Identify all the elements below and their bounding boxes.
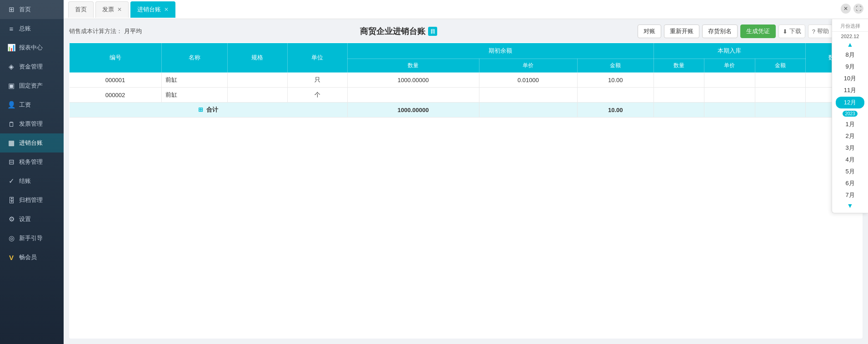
month-item-9[interactable]: 9月	[832, 61, 868, 73]
cell-qichu-qty: 1000.00000	[347, 73, 479, 88]
page-title: 商贸企业进销台账 目	[160, 26, 638, 37]
sidebar-item-report-center[interactable]: 📊 报表中心	[0, 38, 64, 57]
tab-inventory[interactable]: 进销台账 ✕	[130, 1, 175, 18]
sidebar-item-payroll[interactable]: 👤 工资	[0, 95, 64, 114]
reopen-button[interactable]: 重新开账	[664, 25, 699, 38]
sidebar-item-label: 固定资产	[19, 82, 43, 90]
generate-voucher-button[interactable]: 生成凭证	[740, 25, 776, 38]
toolbar-buttons: 对账 重新开账 存货别名 生成凭证 ⬇ 下载 ? 帮助 ↻ 刷新	[638, 25, 863, 38]
title-edit-icon[interactable]: 目	[428, 27, 437, 36]
cell-id: 000001	[70, 73, 162, 88]
cell-qichu-amount: 10.00	[577, 73, 653, 88]
col-header-id: 编号	[70, 43, 162, 73]
sidebar-item-fund-management[interactable]: ◈ 资金管理	[0, 57, 64, 76]
month-item-11[interactable]: 11月	[832, 84, 868, 96]
save-alias-button[interactable]: 存货别名	[702, 25, 738, 38]
cell-id: 000002	[70, 88, 162, 103]
cost-method-value: 月平均	[124, 27, 142, 35]
sidebar-item-tax-management[interactable]: ⊟ 税务管理	[0, 152, 64, 172]
fund-icon: ◈	[7, 63, 15, 71]
sidebar-item-inventory[interactable]: ▦ 进销台账	[0, 133, 64, 152]
guide-icon: ◎	[7, 234, 15, 242]
col-header-spec: 规格	[227, 43, 287, 73]
cell-spec	[227, 73, 287, 88]
sidebar-item-label: 税务管理	[19, 158, 43, 166]
col-sub-qichu-qty: 数量	[347, 59, 479, 73]
sidebar-item-label: 设置	[19, 215, 31, 223]
sidebar-item-label: 归档管理	[19, 196, 43, 204]
tab-inventory-close[interactable]: ✕	[164, 7, 169, 12]
total-qichu-qty: 1000.00000	[347, 103, 479, 118]
month-item-10[interactable]: 10月	[832, 73, 868, 84]
invoice-icon: 🗒	[7, 120, 15, 128]
cost-method-label: 销售成本计算方法：	[69, 27, 122, 35]
help-button[interactable]: ? 帮助	[808, 25, 833, 38]
sidebar-item-label: 发票管理	[19, 120, 43, 128]
col-header-name: 名称	[161, 43, 227, 73]
month-item-3[interactable]: 3月	[832, 142, 868, 154]
tax-icon: ⊟	[7, 158, 15, 166]
sidebar-item-archive[interactable]: 🗄 归档管理	[0, 191, 64, 210]
reconcile-button[interactable]: 对账	[638, 25, 661, 38]
total-ruku-price	[704, 103, 755, 118]
cell-qichu-qty	[347, 88, 479, 103]
total-icon: ⊞	[198, 106, 203, 113]
cost-method-section: 销售成本计算方法： 月平均	[69, 27, 160, 35]
sidebar-item-label: 工资	[19, 101, 31, 109]
month-panel: 月份选择 2022.12 ▲ 8月 9月 10月 11月 12月 2023 1月…	[832, 19, 868, 213]
month-item-4[interactable]: 4月	[832, 154, 868, 166]
main-area: 首页 发票 ✕ 进销台账 ✕ ✕ ⛶ 销售成本计算方法： 月平均 商贸企业进销台…	[64, 0, 868, 344]
cell-unit: 只	[287, 73, 347, 88]
month-item-12[interactable]: 12月	[836, 97, 864, 108]
sidebar-item-general-ledger[interactable]: ≡ 总账	[0, 19, 64, 38]
total-label: ⊞ 合计	[70, 103, 348, 118]
year-2022-label: 2022.12	[832, 33, 868, 40]
total-ruku-qty	[653, 103, 704, 118]
cell-unit: 个	[287, 88, 347, 103]
sidebar-item-guide[interactable]: ◎ 新手引导	[0, 229, 64, 248]
cell-ruku-amount	[755, 73, 806, 88]
table-row: 000002 前缸 个	[70, 88, 863, 103]
maximize-window-button[interactable]: ⛶	[853, 4, 863, 14]
month-item-6[interactable]: 6月	[832, 177, 868, 189]
month-item-7[interactable]: 7月	[832, 189, 868, 201]
close-window-button[interactable]: ✕	[841, 4, 851, 14]
sidebar-item-period-end[interactable]: ✓ 结账	[0, 172, 64, 191]
sidebar-item-member[interactable]: V 畅会员	[0, 248, 64, 267]
sidebar-item-label: 资金管理	[19, 63, 43, 71]
month-item-2[interactable]: 2月	[832, 130, 868, 142]
month-item-5[interactable]: 5月	[832, 166, 868, 177]
tab-invoice[interactable]: 发票 ✕	[95, 1, 129, 18]
download-button[interactable]: ⬇ 下载	[778, 25, 805, 38]
payroll-icon: 👤	[7, 101, 15, 109]
col-header-unit: 单位	[287, 43, 347, 73]
col-header-qichu: 期初余额	[347, 43, 653, 59]
col-sub-ruku-qty: 数量	[653, 59, 704, 73]
building-icon: ▣	[7, 82, 15, 90]
cell-ruku-price	[704, 73, 755, 88]
total-qichu-amount: 10.00	[577, 103, 653, 118]
month-panel-title: 月份选择	[832, 22, 868, 32]
cell-ruku-qty	[653, 88, 704, 103]
year-2023-row: 2023	[832, 109, 868, 118]
download-icon: ⬇	[783, 28, 788, 35]
sidebar-item-label: 新手引导	[19, 234, 43, 242]
year-2023-badge: 2023	[843, 111, 857, 117]
sidebar-item-home[interactable]: ⊞ 首页	[0, 0, 64, 19]
inventory-icon: ▦	[7, 139, 15, 147]
cell-ruku-qty	[653, 73, 704, 88]
tab-invoice-close[interactable]: ✕	[117, 7, 122, 12]
sidebar-item-invoice-management[interactable]: 🗒 发票管理	[0, 114, 64, 133]
check-icon: ✓	[7, 177, 15, 185]
cell-name: 前缸	[161, 88, 227, 103]
tab-bar: 首页 发票 ✕ 进销台账 ✕ ✕ ⛶	[64, 0, 868, 19]
month-item-8[interactable]: 8月	[832, 49, 868, 61]
sidebar-item-settings[interactable]: ⚙ 设置	[0, 210, 64, 229]
help-icon: ?	[812, 28, 815, 35]
month-scroll-up-button[interactable]: ▲	[832, 40, 868, 49]
month-item-1[interactable]: 1月	[832, 118, 868, 130]
sidebar-item-fixed-assets[interactable]: ▣ 固定资产	[0, 76, 64, 95]
member-icon: V	[7, 254, 15, 261]
month-scroll-down-button[interactable]: ▼	[832, 201, 868, 210]
tab-home[interactable]: 首页	[68, 1, 94, 18]
